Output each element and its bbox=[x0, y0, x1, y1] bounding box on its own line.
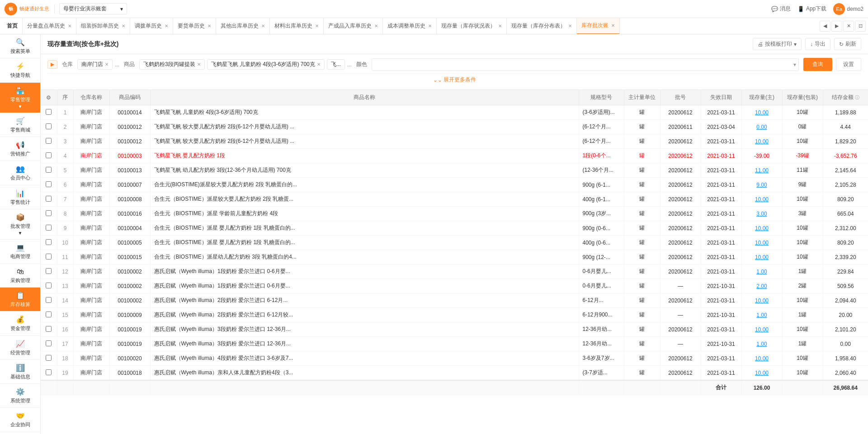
warehouse-more[interactable]: ... bbox=[115, 61, 119, 68]
tab-material-out[interactable]: 材料出库单历史 ✕ bbox=[270, 18, 324, 34]
tab-stock-status[interactable]: 现存量（库存状况表） ✕ bbox=[437, 18, 507, 34]
sidebar-item-shortcut[interactable]: ⚡ 快捷导航 bbox=[0, 58, 40, 82]
tab-stock-status-close[interactable]: ✕ bbox=[498, 24, 502, 28]
goods-tag-2[interactable]: 飞鹤星飞帆 儿童奶粉 4段(3-6岁适用) 700克 ✕ bbox=[207, 59, 325, 70]
tab-stock-dist[interactable]: 现存量（库存分布表） ✕ bbox=[507, 18, 577, 34]
app-download-action[interactable]: 📱 App下载 bbox=[797, 5, 826, 13]
row-checkbox[interactable] bbox=[46, 254, 52, 259]
tab-split-inventory[interactable]: 分量盘点单历史 ✕ bbox=[23, 18, 76, 34]
sidebar-item-sys-mgmt[interactable]: ⚙️ 系统管理 bbox=[0, 384, 40, 407]
expand-more-btn[interactable]: ⌄⌄ 展开更多条件 bbox=[47, 73, 861, 86]
cell-checkbox[interactable] bbox=[41, 221, 57, 236]
tab-split-inventory-close[interactable]: ✕ bbox=[68, 24, 71, 28]
goods-tag-1-close[interactable]: ✕ bbox=[197, 62, 201, 67]
row-checkbox[interactable] bbox=[46, 369, 52, 375]
tab-stock-batch-close[interactable]: ✕ bbox=[611, 23, 615, 28]
tab-prev-btn[interactable]: ◀ bbox=[820, 21, 830, 32]
sidebar-item-marketing[interactable]: 📢 营销推广 bbox=[0, 137, 40, 160]
goods-more[interactable]: ... bbox=[347, 61, 352, 68]
row-checkbox[interactable] bbox=[46, 123, 52, 129]
sidebar-item-ecommerce[interactable]: 💻 电商管理 bbox=[0, 240, 40, 263]
tab-close-all-btn[interactable]: ✕ bbox=[843, 21, 854, 32]
tab-mix[interactable]: 调拨单历史 ✕ bbox=[130, 18, 173, 34]
cell-checkbox[interactable] bbox=[41, 264, 57, 279]
cell-checkbox[interactable] bbox=[41, 149, 57, 163]
tab-next-btn[interactable]: ▶ bbox=[831, 21, 842, 32]
row-checkbox[interactable] bbox=[46, 239, 52, 245]
user-action[interactable]: Ea demo2 bbox=[833, 3, 863, 15]
refresh-button[interactable]: ↻ 刷新 bbox=[834, 38, 861, 50]
tab-stock-batch[interactable]: 库存批次账 ✕ bbox=[577, 18, 620, 34]
cell-checkbox[interactable] bbox=[41, 105, 57, 120]
sidebar-item-retail-mgmt[interactable]: 🏪 零售管理 ▼ bbox=[0, 83, 40, 113]
tab-other-out[interactable]: 其他出库单历史 ✕ bbox=[216, 18, 270, 34]
template-print-button[interactable]: 🖨 按模板打印 ▾ bbox=[753, 38, 802, 50]
color-filter-input[interactable]: ▾ bbox=[372, 58, 799, 71]
cell-checkbox[interactable] bbox=[41, 337, 57, 351]
cell-checkbox[interactable] bbox=[41, 308, 57, 322]
row-checkbox[interactable] bbox=[46, 167, 52, 173]
settings-button[interactable]: 设置 bbox=[836, 58, 861, 71]
warehouse-tag-close[interactable]: ✕ bbox=[105, 62, 108, 67]
row-checkbox[interactable] bbox=[46, 225, 52, 231]
sidebar-item-stock-check[interactable]: 📋 库存核算 bbox=[0, 288, 40, 311]
row-checkbox[interactable] bbox=[46, 297, 52, 303]
tab-disassembly-close[interactable]: ✕ bbox=[122, 24, 125, 28]
row-checkbox[interactable] bbox=[46, 181, 52, 187]
row-checkbox[interactable] bbox=[46, 355, 52, 361]
tab-material-out-close[interactable]: ✕ bbox=[315, 24, 319, 28]
cell-checkbox[interactable] bbox=[41, 120, 57, 134]
cell-checkbox[interactable] bbox=[41, 178, 57, 192]
tab-disassembly[interactable]: 组装拆卸单历史 ✕ bbox=[76, 18, 130, 34]
cell-checkbox[interactable] bbox=[41, 163, 57, 178]
row-checkbox[interactable] bbox=[46, 268, 52, 274]
tab-fullscreen-btn[interactable]: ⊡ bbox=[855, 21, 866, 32]
row-checkbox[interactable] bbox=[46, 196, 52, 202]
tab-mix-close[interactable]: ✕ bbox=[165, 24, 168, 28]
cell-checkbox[interactable] bbox=[41, 134, 57, 149]
row-checkbox[interactable] bbox=[46, 326, 52, 332]
cell-checkbox[interactable] bbox=[41, 192, 57, 207]
tab-stock-dist-close[interactable]: ✕ bbox=[568, 24, 572, 28]
row-checkbox[interactable] bbox=[46, 311, 52, 317]
sidebar-item-purchase[interactable]: 🛍 采购管理 bbox=[0, 264, 40, 287]
query-button[interactable]: 查询 bbox=[803, 58, 832, 71]
sidebar-item-search[interactable]: 🔍 搜索英单 bbox=[0, 34, 40, 58]
sidebar-item-member[interactable]: 👥 会员中心 bbox=[0, 161, 40, 184]
cell-checkbox[interactable] bbox=[41, 236, 57, 250]
sidebar-item-basic-info[interactable]: ℹ️ 基础信息 bbox=[0, 360, 40, 383]
cell-checkbox[interactable] bbox=[41, 293, 57, 308]
tab-product-in-close[interactable]: ✕ bbox=[374, 24, 378, 28]
row-checkbox[interactable] bbox=[46, 138, 52, 144]
goods-tag-2-close[interactable]: ✕ bbox=[317, 62, 321, 67]
warehouse-selector[interactable]: 母婴行业演示账套 ▾ bbox=[59, 3, 127, 14]
tab-cost-adjust-close[interactable]: ✕ bbox=[428, 24, 432, 28]
filter-expand-button[interactable]: ▶ bbox=[47, 60, 57, 69]
sidebar-item-retail-shop[interactable]: 🛒 零售商城 bbox=[0, 113, 40, 137]
tab-other-out-close[interactable]: ✕ bbox=[261, 24, 265, 28]
tab-cost-adjust[interactable]: 成本调整单历史 ✕ bbox=[383, 18, 437, 34]
sidebar-item-batch-mgmt[interactable]: 📦 批发管理 ▼ bbox=[0, 209, 40, 239]
cell-checkbox[interactable] bbox=[41, 250, 57, 264]
export-button[interactable]: ↓ 导出 bbox=[805, 38, 830, 50]
warehouse-tag[interactable]: 南岸门店 ✕ bbox=[77, 59, 113, 70]
row-checkbox[interactable] bbox=[46, 109, 52, 115]
row-checkbox[interactable] bbox=[46, 210, 52, 216]
message-action[interactable]: 💬 消息 bbox=[771, 5, 791, 13]
tab-home[interactable]: 首页 bbox=[2, 18, 23, 34]
tab-delivery-close[interactable]: ✕ bbox=[208, 24, 211, 28]
sidebar-item-biz-mgmt[interactable]: 📈 经营管理 bbox=[0, 336, 40, 359]
cell-checkbox[interactable] bbox=[41, 366, 57, 381]
goods-tag-1[interactable]: 飞鹤奶粉3段丙罐提装 ✕ bbox=[139, 59, 205, 70]
sidebar-item-enterprise[interactable]: 🤝 企业协同 bbox=[0, 408, 40, 431]
tab-delivery[interactable]: 要货单历史 ✕ bbox=[173, 18, 216, 34]
cell-checkbox[interactable] bbox=[41, 351, 57, 366]
goods-tag-more[interactable]: 飞... bbox=[327, 59, 345, 70]
cell-checkbox[interactable] bbox=[41, 322, 57, 337]
cell-checkbox[interactable] bbox=[41, 279, 57, 293]
row-checkbox[interactable] bbox=[46, 340, 52, 346]
row-checkbox[interactable] bbox=[46, 283, 52, 288]
row-checkbox[interactable] bbox=[46, 152, 52, 158]
cell-checkbox[interactable] bbox=[41, 207, 57, 221]
tab-product-in[interactable]: 产成品入库单历史 ✕ bbox=[324, 18, 383, 34]
